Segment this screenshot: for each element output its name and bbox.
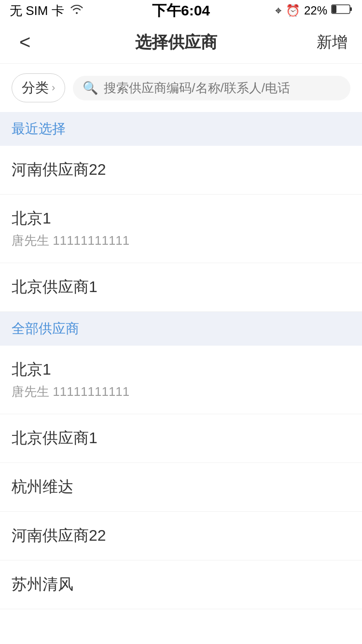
recent-list: 河南供应商22北京1唐先生 11111111111北京供应商1 (0, 146, 362, 312)
list-item[interactable]: 北京供应商1 (0, 414, 362, 463)
category-button[interactable]: 分类 › (12, 73, 65, 102)
item-name: 河南供应商22 (12, 159, 350, 181)
status-left: 无 SIM 卡 (10, 2, 84, 19)
all-list: 北京1唐先生 11111111111北京供应商1杭州维达河南供应商22苏州清风 (0, 346, 362, 609)
list-item[interactable]: 北京供应商1 (0, 263, 362, 312)
item-name: 北京1 (12, 359, 350, 380)
search-input-wrap: 🔍 (73, 76, 350, 100)
item-sub: 唐先生 11111111111 (12, 232, 350, 249)
status-right: ⌖ ⏰ 22% (275, 4, 352, 17)
status-bar: 无 SIM 卡 下午6:04 ⌖ ⏰ 22% (0, 0, 362, 21)
item-name: 北京供应商1 (12, 277, 350, 298)
item-name: 杭州维达 (12, 476, 350, 498)
search-icon: 🔍 (83, 81, 98, 96)
item-name: 河南供应商22 (12, 525, 350, 546)
alarm-icon: ⏰ (286, 4, 300, 17)
list-item[interactable]: 杭州维达 (0, 463, 362, 512)
add-button[interactable]: 新增 (317, 32, 348, 53)
item-name: 北京1 (12, 208, 350, 229)
all-section-header: 全部供应商 (0, 312, 362, 346)
chevron-right-icon: › (52, 82, 55, 94)
search-bar: 分类 › 🔍 (0, 64, 362, 112)
carrier-text: 无 SIM 卡 (10, 2, 64, 19)
back-button[interactable]: < (14, 27, 35, 58)
search-input[interactable] (104, 81, 341, 96)
battery-text: 22% (304, 4, 327, 17)
wifi-icon (69, 3, 84, 18)
recent-section-header: 最近选择 (0, 112, 362, 146)
time-display: 下午6:04 (152, 1, 210, 21)
category-label: 分类 (22, 79, 49, 97)
svg-rect-2 (332, 5, 336, 13)
page-title: 选择供应商 (135, 31, 217, 54)
battery-icon (331, 4, 352, 17)
svg-rect-1 (350, 7, 352, 11)
location-icon: ⌖ (275, 4, 282, 17)
all-section-label: 全部供应商 (12, 321, 79, 336)
list-item[interactable]: 河南供应商22 (0, 146, 362, 195)
item-name: 北京供应商1 (12, 428, 350, 449)
list-item[interactable]: 苏州清风 (0, 560, 362, 609)
list-item[interactable]: 河南供应商22 (0, 512, 362, 560)
recent-section-label: 最近选择 (12, 121, 66, 136)
item-name: 苏州清风 (12, 574, 350, 595)
list-item[interactable]: 北京1唐先生 11111111111 (0, 195, 362, 263)
item-sub: 唐先生 11111111111 (12, 383, 350, 400)
list-item[interactable]: 北京1唐先生 11111111111 (0, 346, 362, 414)
nav-bar: < 选择供应商 新增 (0, 21, 362, 64)
